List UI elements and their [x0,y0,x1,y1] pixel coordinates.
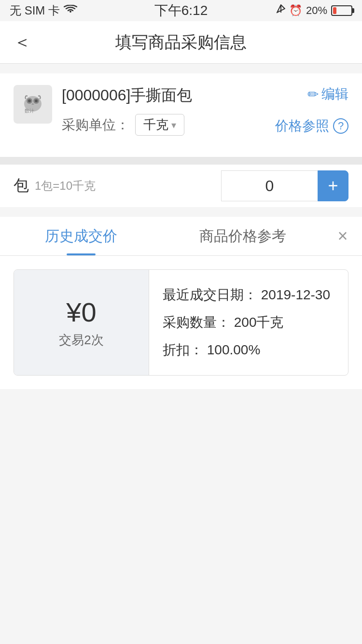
help-icon: ? [333,118,348,134]
discount-row: 折扣： 100.00% [163,340,334,359]
price-ref-label: 价格参照 [275,117,329,135]
unit-label: 包 1包=10千克 [14,175,96,196]
status-right: ⏰ 20% [277,4,352,17]
carrier-label: 无 SIM 卡 [10,3,60,18]
product-section: 数计 [0000006]手撕面包 采购单位： 千克 ▾ ✏ [0,73,362,157]
product-logo: 数计 [14,85,52,124]
status-bar: 无 SIM 卡 下午6:12 ⏰ 20% [0,0,362,21]
product-owl-icon: 数计 [21,90,45,119]
tabs-header: 历史成交价 商品价格参考 × [0,217,362,256]
tabs-panel: 历史成交价 商品价格参考 × ¥0 交易2次 最近成交日期： 2019-12-3… [0,217,362,389]
quantity-control: + [221,170,348,201]
unit-selector[interactable]: 千克 ▾ [135,114,184,136]
card-right: 最近成交日期： 2019-12-30 采购数量： 200千克 折扣： 100.0… [149,270,348,375]
svg-point-3 [28,99,31,102]
quantity-plus-button[interactable]: + [318,170,348,201]
price-ref-button[interactable]: 价格参照 ? [275,117,348,135]
page-title: 填写商品采购信息 [115,31,247,54]
edit-label: 编辑 [321,85,348,103]
card-trade-count: 交易2次 [59,332,103,349]
product-info: 数计 [0000006]手撕面包 采购单位： 千克 ▾ [14,85,192,136]
unit-char: 包 [14,175,29,196]
status-time: 下午6:12 [154,1,208,20]
alarm-icon: ⏰ [289,4,302,17]
edit-button[interactable]: ✏ 编辑 [307,85,348,103]
nav-bar: ＜ 填写商品采购信息 [0,21,362,64]
wifi-icon [64,4,77,17]
edit-icon: ✏ [307,86,319,102]
svg-text:数计: 数计 [25,108,34,113]
back-button[interactable]: ＜ [14,30,31,54]
product-name-area: [0000006]手撕面包 采购单位： 千克 ▾ [62,85,192,136]
transaction-card: ¥0 交易2次 最近成交日期： 2019-12-30 采购数量： 200千克 折… [14,269,348,376]
tab-history-price[interactable]: 历史成交价 [0,217,162,255]
discount-value: 100.00% [207,342,261,357]
recent-date-value: 2019-12-30 [261,287,330,302]
svg-point-4 [35,99,38,102]
status-left: 无 SIM 卡 [10,3,77,18]
tab-price-reference[interactable]: 商品价格参考 [162,217,323,255]
unit-value: 千克 [143,116,168,133]
purchase-unit-label: 采购单位： [62,116,129,134]
unit-conversion: 1包=10千克 [35,178,96,194]
product-actions: ✏ 编辑 价格参照 ? [275,85,348,135]
purchase-qty-label: 采购数量： [163,315,230,330]
purchase-unit-row: 采购单位： 千克 ▾ [62,114,192,136]
card-left: ¥0 交易2次 [14,270,149,375]
card-price: ¥0 [66,296,96,328]
purchase-qty-value: 200千克 [234,315,284,330]
purchase-qty-row: 采购数量： 200千克 [163,313,334,332]
discount-label: 折扣： [163,342,203,357]
tab-close-button[interactable]: × [323,217,362,255]
quantity-section: 包 1包=10千克 + [0,165,362,207]
unit-dropdown-arrow: ▾ [171,119,176,131]
recent-date-row: 最近成交日期： 2019-12-30 [163,285,334,304]
battery-icon [331,5,352,16]
product-header: 数计 [0000006]手撕面包 采购单位： 千克 ▾ ✏ [14,85,348,136]
section-divider [0,157,362,165]
product-name: [0000006]手撕面包 [62,85,192,106]
quantity-input[interactable] [221,170,318,201]
recent-date-label: 最近成交日期： [163,287,257,302]
location-icon [277,4,285,17]
battery-percent: 20% [306,4,327,17]
tab-content: ¥0 交易2次 最近成交日期： 2019-12-30 采购数量： 200千克 折… [0,256,362,389]
